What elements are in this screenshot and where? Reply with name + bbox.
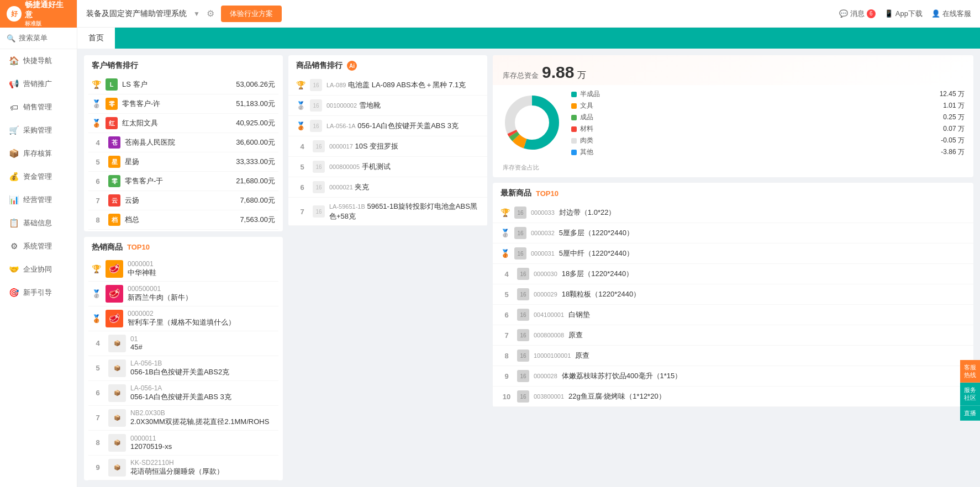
inventory-note: 库存资金占比 [493,163,973,177]
product-item: 🥉 16 LA-056-1A 056-1A白色按键开关盖ABS 3克 [288,116,487,136]
product-info: LA-056-1B 056-1B白色按键开关盖ABS2克 [130,359,275,377]
hot-products-header: 热销商品 TOP10 [84,237,283,257]
rank-number: 9 [500,370,513,382]
rank-item: 4 苍 苍南县人民医院 36,600.00元 [88,133,278,152]
avatar: 苍 [108,136,120,149]
rank-number: 6 [500,309,513,321]
rank-number: 4 [500,268,513,280]
legend-color [571,92,577,97]
rank-number: 9 [92,462,104,474]
hot-products-title: 热销商品 [92,242,123,252]
avatar: 云 [108,194,120,207]
rank-number: 7 [92,412,104,424]
rank-number: 8 [500,350,513,362]
finance-icon: 💰 [9,172,19,182]
product-item: 🥈 16 0000032 5厘多层（1220*2440） [493,223,973,244]
sidebar-item-guide[interactable]: 🎯 新手引导 [0,281,77,304]
float-customer-service[interactable]: 客服 热线 [960,360,980,383]
sidebar-item-finance[interactable]: 💰 资金管理 [0,165,77,188]
float-service-community[interactable]: 服务 社区 [960,383,980,406]
sidebar-item-inventory[interactable]: 📦 库存核算 [0,142,77,165]
product-info: LA-59651-1B 59651-1B旋转投影灯电池盒ABS黑色+58克 [329,202,480,221]
product-icon: 16 [517,268,529,280]
float-live[interactable]: 直播 [960,406,980,421]
sidebar-item-marketing[interactable]: 📢 营销推广 [0,72,77,96]
most-sold-column: 商品销售排行 Ai 🏆 16 LA-089 电池盖 LA-089 ABS本色＋黑… [288,55,487,480]
customer-value: 7,563.00元 [240,215,275,225]
sidebar-search[interactable]: 🔍 搜索菜单 [0,28,77,49]
product-item: 🏆 16 0000033 封边带（1.0*22） [493,203,973,223]
settings-icon[interactable]: ⚙ [207,8,214,19]
sidebar-item-basic-info[interactable]: 📋 基础信息 [0,211,77,235]
product-item: 8 📦 0000011 12070519-xs [88,431,278,456]
rank-item: 🥈 零 零售客户-许 51,183.00元 [88,94,278,114]
legend-color [571,103,577,109]
product-image: 📦 [108,384,126,402]
most-sold-header: 商品销售排行 Ai [288,55,487,75]
product-icon: 16 [514,247,526,260]
online-service-btn[interactable]: 👤 在线客服 [931,9,971,19]
product-item: 10 16 003800001 22g鱼豆腐·烧烤味（1*12*20） [493,387,973,407]
gold-trophy-icon: 🏆 [296,81,305,89]
basic-info-icon: 📋 [9,218,19,228]
top-sold-badge: Ai [347,61,357,71]
rank-item: 5 星 星扬 33,333.00元 [88,152,278,172]
sidebar-item-home[interactable]: 🏠 快捷导航 [0,49,77,72]
newest-product-list: 🏆 16 0000033 封边带（1.0*22） 🥈 16 0000032 5厘… [493,203,973,407]
product-icon: 16 [310,120,322,132]
sidebar-item-sales[interactable]: 🏷 销售管理 [0,96,77,119]
system-icon: ⚙ [9,241,19,251]
message-badge: 6 [867,9,876,18]
product-info: LA-089 电池盖 LA-089 ABS本色＋黑种 7.1克 [326,80,480,90]
live-label: 直播 [962,409,978,417]
messages-btn[interactable]: 💬 消息 6 [839,9,876,19]
marketing-icon: 📢 [9,79,19,89]
product-icon: 16 [514,207,526,219]
bronze-trophy-icon: 🥉 [500,249,510,258]
product-item: 4 📦 01 45# [88,331,278,356]
rank-item: 🏆 L LS 客户 53,006.26元 [88,75,278,94]
sidebar-item-management[interactable]: 📊 经营管理 [0,188,77,211]
legend-color [571,150,577,155]
customer-value: 40,925.00元 [236,118,275,128]
product-item: 7 16 LA-59651-1B 59651-1B旋转投影灯电池盒ABS黑色+5… [288,198,487,226]
product-info: KK-SD22110H 花语萌恒温分腿睡袋（厚款） [130,459,275,477]
inventory-total: 库存总资金 9.88 万 [503,63,963,82]
inventory-value: 9.88 [542,63,574,82]
product-item: 🏆 16 LA-089 电池盖 LA-089 ABS本色＋黑种 7.1克 [288,75,487,96]
customer-name: 档总 [125,215,235,225]
dropdown-icon[interactable]: ▼ [193,10,200,18]
product-item: 5 16 000800005 手机测试 [288,157,487,177]
customer-value: 33,333.00元 [236,157,275,167]
product-item: 4 16 0000017 10S 变扭罗扳 [288,136,487,157]
app-download-btn[interactable]: 📱 App下载 [884,9,923,19]
rank-item: 6 零 零售客户-于 21,680.00元 [88,172,278,191]
product-info: 0000021 夹克 [329,182,480,192]
rank-number: 4 [92,337,104,350]
rank-number: 8 [92,437,104,449]
float-buttons: 客服 热线 服务 社区 直播 [960,360,980,421]
tab-home[interactable]: 首页 [77,28,115,49]
product-item: 🥉 🥩 0000002 智利车子里（规格不知道填什么） [88,306,278,331]
newest-products-subtitle: TOP10 [536,189,559,198]
product-image: 🥩 [106,310,123,327]
sidebar-item-purchase[interactable]: 🛒 采购管理 [0,119,77,142]
product-item: 4 16 0000030 18多层（1220*2440） [493,264,973,284]
legend-item: 半成品 12.45 万 [571,89,965,99]
inventory-card: 库存总资金 9.88 万 [493,55,973,177]
product-info: LA-056-1A 056-1A白色按键开关盖ABS 3克 [326,121,480,131]
management-icon: 📊 [9,195,19,205]
avatar: 红 [106,117,118,129]
product-image: 📦 [108,434,126,452]
sidebar-item-cooperation[interactable]: 🤝 企业协同 [0,258,77,281]
logo-icon: 好 [7,6,22,22]
product-info: 0000001 中华神鞋 [128,260,275,278]
rank-number: 5 [500,288,513,300]
experience-btn[interactable]: 体验行业方案 [221,6,282,22]
sidebar-item-system[interactable]: ⚙ 系统管理 [0,235,77,258]
purchase-icon: 🛒 [9,125,19,135]
rank-number: 7 [296,205,308,218]
sidebar: 好 畅捷通好生意 标准版 🔍 搜索菜单 🏠 快捷导航 📢 营销推广 🏷 销售管理… [0,0,77,487]
product-icon: 16 [310,79,322,91]
inventory-title: 库存总资金 [503,71,539,81]
